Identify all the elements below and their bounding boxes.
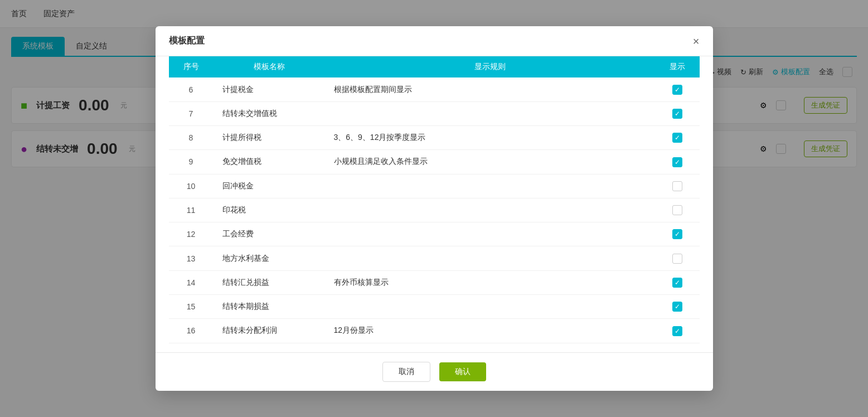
- cell-id: 16: [169, 319, 214, 343]
- cell-rule: 有外币核算显示: [325, 270, 655, 294]
- row-checkbox[interactable]: [672, 302, 682, 312]
- cell-checkbox: [655, 101, 700, 125]
- row-checkbox[interactable]: [672, 229, 682, 239]
- cell-checkbox: [655, 222, 700, 246]
- col-header-rule: 显示规则: [325, 56, 655, 77]
- cell-rule: [325, 198, 655, 222]
- table-row: 12工会经费: [169, 222, 700, 246]
- row-checkbox[interactable]: [672, 133, 682, 143]
- modal-footer: 取消 确认: [156, 352, 713, 391]
- cell-name: 回冲税金: [214, 174, 325, 198]
- cell-name: 结转未交增值税: [214, 101, 325, 125]
- table-body: 6计提税金根据模板配置期间显示7结转未交增值税8计提所得税3、6、9、12月按季…: [169, 77, 700, 343]
- cell-rule: [325, 174, 655, 198]
- table-row: 8计提所得税3、6、9、12月按季度显示: [169, 125, 700, 149]
- table-row: 6计提税金根据模板配置期间显示: [169, 77, 700, 101]
- table-row: 10回冲税金: [169, 174, 700, 198]
- cancel-button[interactable]: 取消: [382, 362, 430, 382]
- cell-name: 计提所得税: [214, 125, 325, 149]
- modal-header: 模板配置 ×: [156, 26, 713, 56]
- cell-checkbox: [655, 174, 700, 198]
- cell-rule: [325, 246, 655, 270]
- table-row: 15结转本期损益: [169, 295, 700, 319]
- cell-id: 6: [169, 77, 214, 101]
- cell-id: 12: [169, 222, 214, 246]
- cell-name: 工会经费: [214, 222, 325, 246]
- cell-name: 印花税: [214, 198, 325, 222]
- cell-rule: [325, 295, 655, 319]
- modal-overlay: 模板配置 × 序号 模板名称 显示规则 显示 6计提税金根据模板配置期间显示7结…: [0, 0, 868, 417]
- table-row: 11印花税: [169, 198, 700, 222]
- config-table: 序号 模板名称 显示规则 显示 6计提税金根据模板配置期间显示7结转未交增值税8…: [169, 56, 700, 343]
- confirm-button[interactable]: 确认: [439, 362, 486, 381]
- cell-checkbox: [655, 319, 700, 343]
- table-row: 13地方水利基金: [169, 246, 700, 270]
- cell-checkbox: [655, 150, 700, 174]
- row-checkbox[interactable]: [672, 157, 682, 167]
- table-row: 9免交增值税小规模且满足收入条件显示: [169, 150, 700, 174]
- cell-name: 计提税金: [214, 77, 325, 101]
- row-checkbox[interactable]: [672, 205, 682, 215]
- cell-name: 结转本期损益: [214, 295, 325, 319]
- col-header-id: 序号: [169, 56, 214, 77]
- table-header: 序号 模板名称 显示规则 显示: [169, 56, 700, 77]
- cell-rule: 3、6、9、12月按季度显示: [325, 125, 655, 149]
- cell-rule: [325, 222, 655, 246]
- row-checkbox[interactable]: [672, 326, 682, 336]
- cell-checkbox: [655, 198, 700, 222]
- row-checkbox[interactable]: [672, 254, 682, 264]
- row-checkbox[interactable]: [672, 85, 682, 95]
- col-header-display: 显示: [655, 56, 700, 77]
- cell-name: 结转汇兑损益: [214, 270, 325, 294]
- col-header-name: 模板名称: [214, 56, 325, 77]
- cell-checkbox: [655, 295, 700, 319]
- cell-name: 免交增值税: [214, 150, 325, 174]
- modal-title: 模板配置: [169, 35, 205, 47]
- modal-close-button[interactable]: ×: [693, 36, 700, 47]
- modal-body: 序号 模板名称 显示规则 显示 6计提税金根据模板配置期间显示7结转未交增值税8…: [156, 56, 713, 352]
- row-checkbox[interactable]: [672, 109, 682, 119]
- table-row: 16结转未分配利润12月份显示: [169, 319, 700, 343]
- cell-name: 地方水利基金: [214, 246, 325, 270]
- cell-checkbox: [655, 246, 700, 270]
- template-config-modal: 模板配置 × 序号 模板名称 显示规则 显示 6计提税金根据模板配置期间显示7结…: [156, 26, 713, 390]
- cell-id: 15: [169, 295, 214, 319]
- cell-id: 10: [169, 174, 214, 198]
- cell-rule: [325, 101, 655, 125]
- cell-checkbox: [655, 125, 700, 149]
- cell-rule: 12月份显示: [325, 319, 655, 343]
- cell-id: 7: [169, 101, 214, 125]
- cell-id: 8: [169, 125, 214, 149]
- cell-rule: 小规模且满足收入条件显示: [325, 150, 655, 174]
- cell-id: 14: [169, 270, 214, 294]
- cell-rule: 根据模板配置期间显示: [325, 77, 655, 101]
- row-checkbox[interactable]: [672, 181, 682, 191]
- cell-id: 9: [169, 150, 214, 174]
- cell-checkbox: [655, 270, 700, 294]
- cell-checkbox: [655, 77, 700, 101]
- row-checkbox[interactable]: [672, 278, 682, 288]
- table-row: 14结转汇兑损益有外币核算显示: [169, 270, 700, 294]
- cell-id: 11: [169, 198, 214, 222]
- cell-id: 13: [169, 246, 214, 270]
- cell-name: 结转未分配利润: [214, 319, 325, 343]
- table-row: 7结转未交增值税: [169, 101, 700, 125]
